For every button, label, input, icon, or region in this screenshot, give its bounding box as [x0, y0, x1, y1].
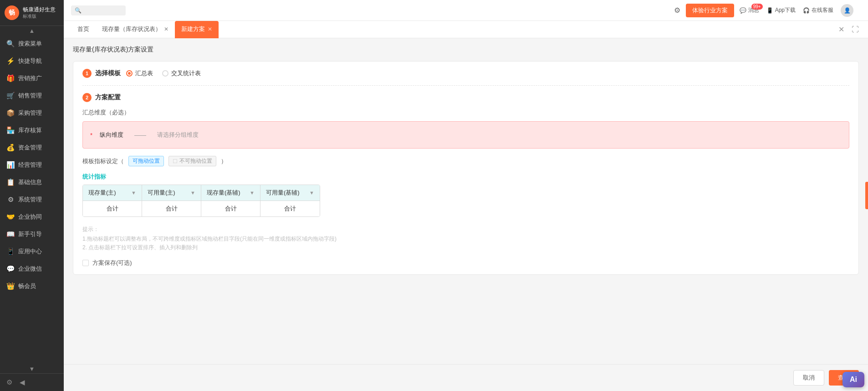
tips-item-2: 2. 点击标题栏下拉可设置排序、插入列和删除列	[82, 244, 849, 252]
sidebar-bottom: ⚙ ◀	[0, 373, 64, 391]
nav-label-inventory-check: 库存核算	[18, 126, 42, 134]
sidebar-item-cooperation[interactable]: 🤝 企业协同	[0, 208, 64, 226]
radio-summary[interactable]: 汇总表	[126, 69, 153, 77]
nav-icon-new-guide: 📖	[6, 230, 15, 238]
topbar-avatar[interactable]: 👤	[841, 4, 853, 17]
trial-btn[interactable]: 体验行业方案	[686, 4, 734, 17]
stats-col-header[interactable]: 可用量(主) ▼	[142, 185, 201, 201]
tabs-bar: 首页 现存量（库存状况表） ✕ 新建方案 ✕ ✕ ⛶	[64, 21, 868, 38]
sidebar-item-search[interactable]: 🔍 搜索菜单	[0, 35, 64, 52]
tab-inventory-label: 现存量（库存状况表）	[102, 25, 161, 33]
dimension-dash: ——	[134, 132, 146, 139]
nav-label-marketing: 营销推广	[18, 74, 42, 82]
indicator-settings-row: 模板指标设定（ 可拖动位置 ☐ 不可拖动位置 ）	[82, 156, 849, 166]
tips-item-1: 1.拖动标题栏可以调整布局，不可跨维度或指标区域拖动栏目字段(只能在同一维度或指…	[82, 235, 849, 243]
stats-col: 现存量(主) ▼ 合计	[83, 185, 142, 216]
tab-new-scheme-label: 新建方案	[181, 25, 205, 33]
stats-col-header[interactable]: 可用量(基辅) ▼	[260, 185, 320, 201]
nav-icon-vip: 👑	[6, 282, 15, 290]
chevron-down-icon: ▼	[190, 190, 195, 196]
tab-home[interactable]: 首页	[71, 21, 96, 38]
stats-col: 现存量(基辅) ▼ 合计	[201, 185, 260, 216]
nav-icon-search: 🔍	[6, 40, 15, 48]
step1-title: 选择模板	[95, 69, 121, 77]
sidebar-item-app-center[interactable]: 📱 应用中心	[0, 243, 64, 260]
nav-label-sales: 销售管理	[18, 92, 42, 100]
nav-label-purchase: 采购管理	[18, 109, 42, 117]
tab-new-scheme[interactable]: 新建方案 ✕	[175, 21, 219, 38]
sidebar-item-inventory-check[interactable]: 🏪 库存核算	[0, 122, 64, 139]
app-name: 畅康通好生意 标准版	[23, 6, 56, 20]
stats-col-header[interactable]: 现存量(主) ▼	[83, 185, 142, 201]
nav-icon-cooperation: 🤝	[6, 213, 15, 221]
nav-label-finance: 资金管理	[18, 144, 42, 152]
radio-cross[interactable]: 交叉统计表	[162, 69, 201, 77]
stats-col-body: 合计	[83, 201, 142, 216]
save-label: 方案保存(可选)	[92, 259, 132, 267]
section-divider-1	[82, 85, 849, 86]
dimension-placeholder[interactable]: 请选择分组维度	[157, 131, 199, 139]
nav-label-quick-nav: 快捷导航	[18, 57, 42, 65]
sidebar-item-quick-nav[interactable]: ⚡ 快捷导航	[0, 52, 64, 70]
stats-table: 现存量(主) ▼ 合计 可用量(主) ▼ 合计 现存量(基辅) ▼ 合计 可用量…	[82, 185, 320, 217]
stats-col-body: 合计	[142, 201, 201, 216]
nav-icon-system: ⚙	[6, 196, 15, 204]
cancel-button[interactable]: 取消	[793, 370, 824, 386]
topbar-message[interactable]: 💬 消息 99+	[740, 6, 759, 14]
service-icon: 🎧	[803, 7, 810, 14]
stats-table-header: 现存量(主) ▼ 合计 可用量(主) ▼ 合计 现存量(基辅) ▼ 合计 可用量…	[83, 185, 320, 216]
tab-inventory-close[interactable]: ✕	[164, 26, 168, 32]
sidebar-settings-icon[interactable]: ⚙	[6, 378, 12, 386]
tab-inventory[interactable]: 现存量（库存状况表） ✕	[96, 21, 175, 38]
nav-label-search: 搜索菜单	[18, 40, 42, 48]
tips-section: 提示： 1.拖动标题栏可以调整布局，不可跨维度或指标区域拖动栏目字段(只能在同一…	[82, 226, 849, 252]
topbar-app-download[interactable]: 📱 App下载	[766, 6, 796, 14]
nav-label-operations: 经营管理	[18, 161, 42, 169]
dimension-name: 纵向维度	[100, 131, 123, 139]
indicator-settings-suffix: ）	[221, 157, 227, 165]
right-edge-handle[interactable]	[865, 182, 868, 209]
sidebar-item-wechat[interactable]: 💬 企业微信	[0, 260, 64, 278]
save-checkbox[interactable]	[82, 260, 89, 266]
sidebar-item-basic-info[interactable]: 📋 基础信息	[0, 174, 64, 191]
ai-float-button[interactable]: Ai	[842, 372, 864, 387]
nav-icon-quick-nav: ⚡	[6, 57, 15, 65]
sidebar-collapse-icon[interactable]: ◀	[20, 378, 25, 386]
sidebar-item-vip[interactable]: 👑 畅会员	[0, 278, 64, 295]
step1-number: 1	[82, 69, 92, 78]
topbar-settings-icon[interactable]: ⚙	[674, 6, 680, 15]
stats-col-body: 合计	[260, 201, 320, 216]
sidebar: 畅 畅康通好生意 标准版 ▲ 🔍 搜索菜单 ⚡ 快捷导航 🎁 营销推广 🛒 销售…	[0, 0, 64, 391]
sidebar-item-operations[interactable]: 📊 经营管理	[0, 156, 64, 174]
nav-icon-wechat: 💬	[6, 265, 15, 273]
tab-new-scheme-close[interactable]: ✕	[208, 26, 212, 32]
nav-icon-finance: 💰	[6, 144, 15, 152]
stats-col: 可用量(主) ▼ 合计	[142, 185, 201, 216]
topbar: 🔍 ⚙ 体验行业方案 💬 消息 99+ 📱 App下载 🎧 在线客服 👤	[64, 0, 868, 21]
sidebar-item-marketing[interactable]: 🎁 营销推广	[0, 70, 64, 87]
sidebar-scroll-down[interactable]: ▼	[0, 364, 64, 373]
nav-label-basic-info: 基础信息	[18, 178, 42, 186]
topbar-online-service[interactable]: 🎧 在线客服	[803, 6, 833, 14]
summary-dimension-label: 汇总维度（必选）	[82, 108, 849, 117]
main-area: 🔍 ⚙ 体验行业方案 💬 消息 99+ 📱 App下载 🎧 在线客服 👤	[64, 0, 868, 391]
tab-expand-btn[interactable]: ⛶	[850, 23, 861, 36]
nav-icon-sales: 🛒	[6, 92, 15, 100]
stats-col-header[interactable]: 现存量(基辅) ▼	[201, 185, 260, 201]
indicator-settings-label: 模板指标设定（	[82, 157, 124, 165]
sidebar-item-new-guide[interactable]: 📖 新手引导	[0, 226, 64, 243]
sidebar-item-sales[interactable]: 🛒 销售管理	[0, 87, 64, 104]
tab-close-btn[interactable]: ✕	[837, 23, 846, 36]
footer: 取消 查询	[64, 364, 868, 391]
stats-col: 可用量(基辅) ▼ 合计	[260, 185, 320, 216]
stats-section-label: 统计指标	[82, 173, 849, 181]
chevron-down-icon: ▼	[250, 190, 255, 196]
tabs-right-actions: ✕ ⛶	[837, 23, 861, 36]
sidebar-item-finance[interactable]: 💰 资金管理	[0, 139, 64, 156]
sidebar-scroll-up[interactable]: ▲	[0, 26, 64, 35]
tips-title: 提示：	[82, 226, 849, 233]
topbar-search[interactable]: 🔍	[71, 5, 126, 15]
sidebar-item-purchase[interactable]: 📦 采购管理	[0, 104, 64, 122]
nav-icon-operations: 📊	[6, 161, 15, 169]
sidebar-item-system[interactable]: ⚙ 系统管理	[0, 191, 64, 208]
